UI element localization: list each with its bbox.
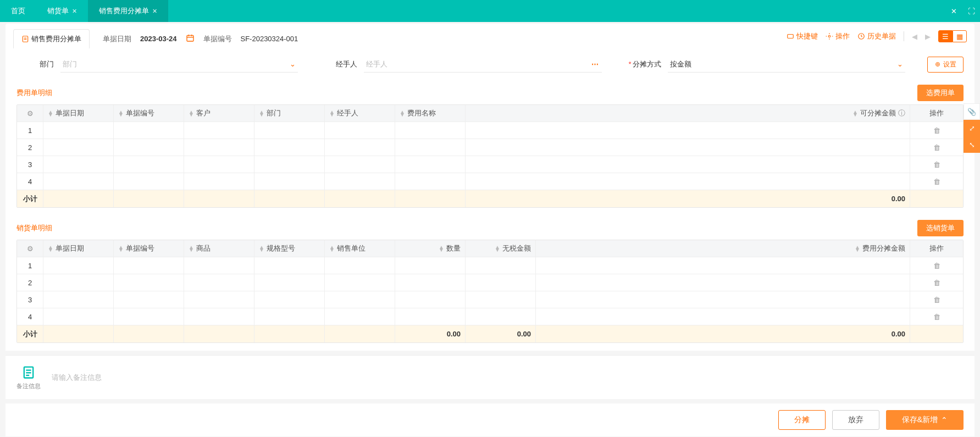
side-rail: 📎 ⤢ ⤡	[964, 103, 980, 153]
sort-icon[interactable]: ▲▼	[495, 246, 500, 251]
docnum-value: SF-20230324-001	[241, 35, 298, 43]
history-link[interactable]: 历史单据	[857, 31, 896, 41]
attachment-icon[interactable]: 📎	[964, 103, 980, 120]
select-sale-button[interactable]: 选销货单	[917, 220, 964, 236]
settings-button[interactable]: 设置	[927, 57, 964, 73]
remark-input[interactable]	[52, 373, 964, 381]
sale-grid: ⚙ ▲▼单据日期 ▲▼单据编号 ▲▼商品 ▲▼规格型号 ▲▼销售单位 ▲▼数量 …	[16, 240, 964, 343]
sort-icon[interactable]: ▲▼	[189, 110, 194, 116]
close-all-icon[interactable]: ✕	[945, 0, 962, 22]
document-icon	[21, 35, 29, 43]
sort-icon[interactable]: ▲▼	[259, 246, 264, 251]
sort-icon[interactable]: ▲▼	[48, 246, 53, 251]
sort-icon[interactable]: ▲▼	[852, 110, 858, 116]
fullscreen-icon[interactable]: ⛶	[962, 0, 980, 22]
sort-icon[interactable]: ▲▼	[48, 110, 53, 116]
handler-field: 经手人 经手人⋯	[320, 56, 601, 73]
collapse-icon[interactable]: ⤡	[964, 136, 980, 153]
save-new-button[interactable]: 保存&新增⌃	[886, 410, 964, 430]
handler-input[interactable]: 经手人⋯	[364, 56, 601, 73]
sale-row[interactable]: 4🗑	[17, 308, 963, 325]
allocate-button[interactable]: 分摊	[778, 410, 826, 430]
help-icon[interactable]: ⓘ	[898, 108, 905, 118]
view-list-icon[interactable]: ☰	[938, 30, 953, 42]
delete-icon[interactable]: 🗑	[933, 178, 940, 186]
delete-icon[interactable]: 🗑	[933, 296, 940, 304]
tab-expense-alloc[interactable]: 销售费用分摊单✕	[88, 0, 168, 22]
tab-bar: 首页 销货单✕ 销售费用分摊单✕ ✕ ⛶	[0, 0, 980, 22]
sale-row[interactable]: 2🗑	[17, 274, 963, 291]
filter-row: 部门 部门⌄ 经手人 经手人⋯ *分摊方式 按金额⌄ 设置	[5, 48, 975, 80]
next-icon[interactable]: ▶	[925, 32, 931, 41]
calendar-icon[interactable]	[186, 34, 195, 44]
fee-subtotal-row: 小计0.00	[17, 190, 963, 207]
operate-link[interactable]: 操作	[826, 31, 850, 41]
select-fee-button[interactable]: 选费用单	[917, 85, 964, 101]
fee-section: 费用单明细 选费用单 ⚙ ▲▼单据日期 ▲▼单据编号 ▲▼客户 ▲▼部门 ▲▼经…	[5, 80, 975, 215]
delete-icon[interactable]: 🗑	[933, 279, 940, 287]
discard-button[interactable]: 放弃	[832, 410, 879, 430]
svg-rect-7	[788, 35, 794, 38]
form-header: 销售费用分摊单 单据日期 2023-03-24 单据编号 SF-20230324…	[5, 24, 975, 48]
sort-icon[interactable]: ▲▼	[259, 110, 264, 116]
sort-icon[interactable]: ▲▼	[439, 246, 444, 251]
close-icon[interactable]: ✕	[72, 8, 77, 15]
delete-icon[interactable]: 🗑	[933, 126, 940, 135]
remark-section: 备注信息	[5, 355, 975, 399]
delete-icon[interactable]: 🗑	[933, 143, 940, 152]
method-select[interactable]: 按金额⌄	[668, 56, 905, 73]
chevron-down-icon: ⌄	[290, 60, 296, 68]
close-icon[interactable]: ✕	[152, 8, 157, 15]
view-toggle: ☰ ▦	[938, 30, 967, 42]
fee-row[interactable]: 3🗑	[17, 156, 963, 173]
dept-input[interactable]: 部门⌄	[60, 56, 298, 73]
form-title-tab: 销售费用分摊单	[13, 29, 90, 48]
sort-icon[interactable]: ▲▼	[400, 110, 405, 116]
prev-icon[interactable]: ◀	[912, 32, 917, 41]
delete-icon[interactable]: 🗑	[933, 313, 940, 321]
tab-sales-order[interactable]: 销货单✕	[36, 0, 88, 22]
chevron-up-icon: ⌃	[941, 416, 948, 424]
sort-icon[interactable]: ▲▼	[329, 246, 335, 251]
gear-icon[interactable]: ⚙	[27, 109, 34, 118]
expand-icon[interactable]: ⤢	[964, 120, 980, 136]
sale-section: 销货单明细 选销货单 ⚙ ▲▼单据日期 ▲▼单据编号 ▲▼商品 ▲▼规格型号 ▲…	[5, 215, 975, 351]
remark-icon: 备注信息	[16, 364, 41, 390]
dept-field: 部门 部门⌄	[16, 56, 298, 73]
date-value[interactable]: 2023-03-24	[140, 35, 177, 43]
svg-rect-3	[187, 35, 193, 41]
fee-row[interactable]: 1🗑	[17, 122, 963, 139]
svg-point-8	[828, 35, 830, 37]
sort-icon[interactable]: ▲▼	[118, 110, 124, 116]
delete-icon[interactable]: 🗑	[933, 161, 940, 169]
method-field: *分摊方式 按金额⌄	[624, 56, 905, 73]
view-grid-icon[interactable]: ▦	[953, 30, 967, 42]
fee-title: 费用单明细	[16, 88, 52, 98]
sort-icon[interactable]: ▲▼	[329, 110, 335, 116]
fee-row[interactable]: 2🗑	[17, 139, 963, 156]
svg-point-10	[937, 64, 938, 65]
gear-icon[interactable]: ⚙	[27, 245, 34, 253]
fee-row[interactable]: 4🗑	[17, 173, 963, 190]
delete-icon[interactable]: 🗑	[933, 262, 940, 270]
tab-home[interactable]: 首页	[0, 0, 36, 22]
sort-icon[interactable]: ▲▼	[189, 246, 194, 251]
fee-grid: ⚙ ▲▼单据日期 ▲▼单据编号 ▲▼客户 ▲▼部门 ▲▼经手人 ▲▼费用名称 ▲…	[16, 104, 964, 208]
more-icon: ⋯	[591, 60, 600, 68]
sale-subtotal-row: 小计0.000.000.00	[17, 325, 963, 342]
sale-title: 销货单明细	[16, 223, 52, 233]
sort-icon[interactable]: ▲▼	[855, 246, 860, 251]
sort-icon[interactable]: ▲▼	[118, 246, 124, 251]
shortcut-link[interactable]: 快捷键	[787, 31, 818, 41]
sale-row[interactable]: 3🗑	[17, 291, 963, 308]
chevron-down-icon: ⌄	[897, 60, 903, 68]
docnum-label: 单据编号	[203, 34, 232, 44]
sale-row[interactable]: 1🗑	[17, 257, 963, 274]
footer-bar: 分摊 放弃 保存&新增⌃	[5, 403, 975, 436]
date-label: 单据日期	[103, 34, 131, 44]
